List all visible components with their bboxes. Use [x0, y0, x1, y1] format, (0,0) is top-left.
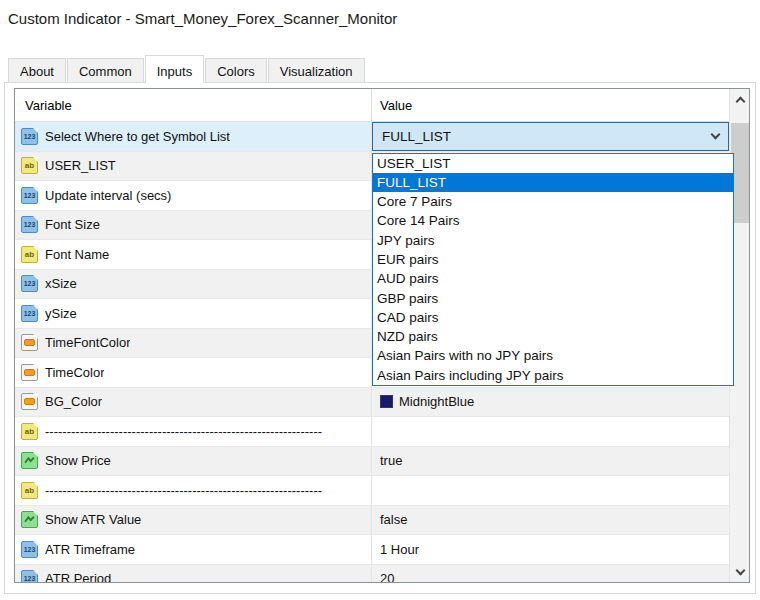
table-row[interactable]: 123Select Where to get Symbol ListFULL_L…	[15, 122, 729, 152]
text-icon: ab	[21, 482, 38, 499]
text-icon: ab	[21, 423, 38, 440]
dropdown-item[interactable]: GBP pairs	[373, 289, 733, 308]
variable-cell: Show Price	[15, 447, 371, 476]
chevron-up-icon	[735, 96, 745, 106]
symbol-list-combobox[interactable]: FULL_LIST	[372, 122, 729, 151]
dropdown-item[interactable]: Asian Pairs including JPY pairs	[373, 366, 733, 385]
value-text: false	[380, 512, 407, 527]
symbol-list-dropdown: USER_LISTFULL_LISTCore 7 PairsCore 14 Pa…	[372, 153, 734, 387]
variable-cell: abFont Name	[15, 240, 371, 269]
bool-icon	[21, 452, 38, 469]
bool-icon	[21, 511, 38, 528]
window-title: Custom Indicator - Smart_Money_Forex_Sca…	[8, 10, 397, 27]
variable-cell: TimeFontColor	[15, 329, 371, 358]
value-cell[interactable]: 1 Hour	[371, 535, 729, 564]
numeric-icon: 123	[21, 570, 38, 583]
variable-label: Select Where to get Symbol List	[45, 129, 230, 144]
variable-cell: BG_Color	[15, 388, 371, 417]
color-icon	[21, 364, 38, 381]
variable-label: ----------------------------------------…	[45, 483, 322, 498]
table-row[interactable]: ab--------------------------------------…	[15, 417, 729, 447]
text-icon: ab	[21, 246, 38, 263]
variable-cell: abUSER_LIST	[15, 152, 371, 181]
numeric-icon: 123	[21, 216, 38, 233]
chevron-down-icon	[735, 566, 745, 576]
variable-label: Font Size	[45, 217, 100, 232]
variable-column-header: Variable	[15, 89, 371, 121]
dropdown-item[interactable]: FULL_LIST	[373, 173, 733, 192]
table-header: Variable Value	[15, 89, 729, 122]
value-cell[interactable]: MidnightBlue	[371, 388, 729, 417]
numeric-icon: 123	[21, 187, 38, 204]
inputs-table: Variable Value 123Select Where to get Sy…	[14, 88, 750, 583]
tab-common[interactable]: Common	[67, 58, 144, 82]
variable-label: Show ATR Value	[45, 512, 141, 527]
variable-label: ATR Period	[45, 571, 111, 583]
value-text: 1 Hour	[380, 542, 419, 557]
value-text: MidnightBlue	[399, 394, 474, 409]
table-row[interactable]: 123ATR Timeframe1 Hour	[15, 535, 729, 565]
combobox-value: FULL_LIST	[382, 129, 451, 144]
value-cell[interactable]	[371, 476, 729, 505]
text-icon: ab	[21, 157, 38, 174]
dropdown-item[interactable]: USER_LIST	[373, 154, 733, 173]
numeric-icon: 123	[21, 305, 38, 322]
dropdown-item[interactable]: JPY pairs	[373, 231, 733, 250]
variable-cell: 123Select Where to get Symbol List	[15, 122, 371, 151]
dropdown-item[interactable]: AUD pairs	[373, 269, 733, 288]
scroll-down-button[interactable]	[730, 562, 750, 582]
color-icon	[21, 393, 38, 410]
scroll-up-button[interactable]	[730, 89, 750, 109]
value-cell[interactable]: 20	[371, 565, 729, 584]
value-cell[interactable]: false	[371, 506, 729, 535]
variable-label: ATR Timeframe	[45, 542, 135, 557]
variable-label: Show Price	[45, 453, 111, 468]
variable-cell: TimeColor	[15, 358, 371, 387]
dropdown-item[interactable]: Core 14 Pairs	[373, 211, 733, 230]
variable-cell: 123xSize	[15, 270, 371, 299]
variable-cell: 123ATR Timeframe	[15, 535, 371, 564]
table-row[interactable]: BG_ColorMidnightBlue	[15, 388, 729, 418]
value-cell[interactable]	[371, 417, 729, 446]
variable-label: Font Name	[45, 247, 109, 262]
value-column-header: Value	[371, 89, 729, 121]
dropdown-item[interactable]: Asian Pairs with no JPY pairs	[373, 346, 733, 365]
tab-visualization[interactable]: Visualization	[268, 58, 365, 82]
value-text: true	[380, 453, 402, 468]
dropdown-item[interactable]: Core 7 Pairs	[373, 192, 733, 211]
numeric-icon: 123	[21, 128, 38, 145]
table-row[interactable]: ab--------------------------------------…	[15, 476, 729, 506]
value-text: 20	[380, 571, 394, 583]
tab-about[interactable]: About	[8, 58, 66, 82]
dropdown-item[interactable]: CAD pairs	[373, 308, 733, 327]
variable-label: ----------------------------------------…	[45, 424, 322, 439]
tab-bar: About Common Inputs Colors Visualization	[8, 55, 366, 82]
table-row[interactable]: 123ATR Period20	[15, 565, 729, 584]
numeric-icon: 123	[21, 275, 38, 292]
value-cell[interactable]: true	[371, 447, 729, 476]
value-cell[interactable]: FULL_LIST	[371, 122, 729, 151]
variable-cell: 123Update interval (secs)	[15, 181, 371, 210]
table-row[interactable]: Show ATR Valuefalse	[15, 506, 729, 536]
tab-colors[interactable]: Colors	[205, 58, 267, 82]
variable-label: TimeFontColor	[45, 335, 130, 350]
variable-label: TimeColor	[45, 365, 104, 380]
tab-inputs[interactable]: Inputs	[145, 55, 204, 83]
chevron-down-icon	[711, 130, 721, 140]
dropdown-item[interactable]: EUR pairs	[373, 250, 733, 269]
variable-cell: 123ATR Period	[15, 565, 371, 584]
table-row[interactable]: Show Pricetrue	[15, 447, 729, 477]
dropdown-item[interactable]: NZD pairs	[373, 327, 733, 346]
variable-cell: ab--------------------------------------…	[15, 417, 371, 446]
color-swatch	[380, 395, 393, 408]
variable-label: ySize	[45, 306, 77, 321]
variable-cell: 123ySize	[15, 299, 371, 328]
variable-label: USER_LIST	[45, 158, 116, 173]
variable-cell: 123Font Size	[15, 211, 371, 240]
variable-label: xSize	[45, 276, 77, 291]
variable-cell: Show ATR Value	[15, 506, 371, 535]
variable-label: Update interval (secs)	[45, 188, 171, 203]
color-icon	[21, 334, 38, 351]
variable-cell: ab--------------------------------------…	[15, 476, 371, 505]
variable-label: BG_Color	[45, 394, 102, 409]
